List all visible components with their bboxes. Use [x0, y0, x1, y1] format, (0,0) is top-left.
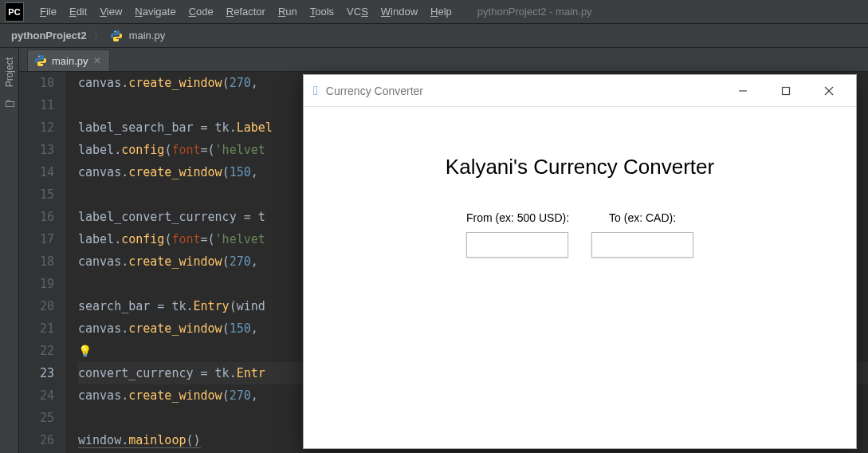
close-button[interactable]	[811, 75, 846, 106]
project-toolwindow-tab[interactable]: Project	[4, 53, 15, 92]
maximize-button[interactable]	[768, 75, 803, 106]
from-input[interactable]	[466, 232, 568, 258]
to-label: To (ex: CAD):	[609, 211, 676, 224]
editor-tabs: main.py ✕	[19, 48, 868, 72]
editor-tab-label: main.py	[52, 55, 88, 67]
line-number: 26	[19, 429, 54, 451]
line-number: 17	[19, 228, 54, 250]
line-number: 19	[19, 273, 54, 295]
menu-vcs[interactable]: VCS	[340, 6, 375, 18]
tk-window-title: Currency Converter	[326, 85, 717, 97]
menu-code[interactable]: Code	[183, 6, 220, 18]
svg-point-3	[41, 65, 42, 65]
minimize-button[interactable]	[725, 75, 760, 106]
line-number: 24	[19, 384, 54, 407]
line-number: 13	[19, 139, 54, 161]
menubar: PC FileEditViewNavigateCodeRefactorRunTo…	[0, 0, 868, 24]
editor-tab-main[interactable]: main.py ✕	[27, 49, 110, 71]
line-number: 15	[19, 183, 54, 206]
line-number: 22	[19, 340, 54, 362]
line-number: 16	[19, 206, 54, 228]
menu-run[interactable]: Run	[272, 6, 304, 18]
app-heading: Kalyani's Currency Converter	[304, 155, 856, 179]
menu-refactor[interactable]: Refactor	[220, 6, 272, 18]
pycharm-logo: PC	[5, 2, 24, 22]
line-number: 25	[19, 407, 54, 429]
svg-point-1	[117, 39, 118, 40]
menu-edit[interactable]: Edit	[63, 6, 93, 18]
from-label: From (ex: 500 USD):	[466, 211, 569, 224]
menu-file[interactable]: File	[33, 6, 63, 18]
close-tab-icon[interactable]: ✕	[93, 55, 101, 66]
line-number: 20	[19, 295, 54, 317]
menu-tools[interactable]: Tools	[304, 6, 340, 18]
line-number: 12	[19, 116, 54, 139]
line-number: 14	[19, 161, 54, 183]
menu-help[interactable]: Help	[424, 6, 458, 18]
line-gutter: 1011121314151617181920212223242526	[19, 72, 65, 453]
folder-icon: 🗀	[4, 97, 15, 109]
python-file-icon	[110, 30, 123, 42]
window-title: pythonProject2 - main.py	[477, 6, 592, 18]
svg-point-2	[38, 56, 39, 57]
to-input[interactable]	[591, 232, 693, 258]
tk-feather-icon: 𓆰	[313, 84, 318, 98]
tk-app-window: 𓆰 Currency Converter Kalyani's Currency …	[303, 74, 857, 449]
toolwindow-bar: Project 🗀	[0, 48, 19, 453]
svg-point-0	[114, 31, 115, 32]
svg-rect-5	[783, 87, 790, 94]
python-file-icon	[34, 54, 47, 67]
line-number: 21	[19, 317, 54, 340]
menu-view[interactable]: View	[93, 6, 128, 18]
breadcrumb-separator: 〉	[93, 29, 104, 43]
line-number: 23	[19, 362, 54, 384]
line-number: 18	[19, 250, 54, 273]
menu-window[interactable]: Window	[375, 6, 424, 18]
breadcrumb-project[interactable]: pythonProject2	[11, 30, 87, 41]
tk-titlebar[interactable]: 𓆰 Currency Converter	[304, 75, 856, 107]
breadcrumb: pythonProject2 〉 main.py	[0, 24, 868, 48]
line-number: 11	[19, 94, 54, 116]
menu-navigate[interactable]: Navigate	[128, 6, 182, 18]
line-number: 10	[19, 72, 54, 94]
breadcrumb-file[interactable]: main.py	[129, 30, 166, 41]
